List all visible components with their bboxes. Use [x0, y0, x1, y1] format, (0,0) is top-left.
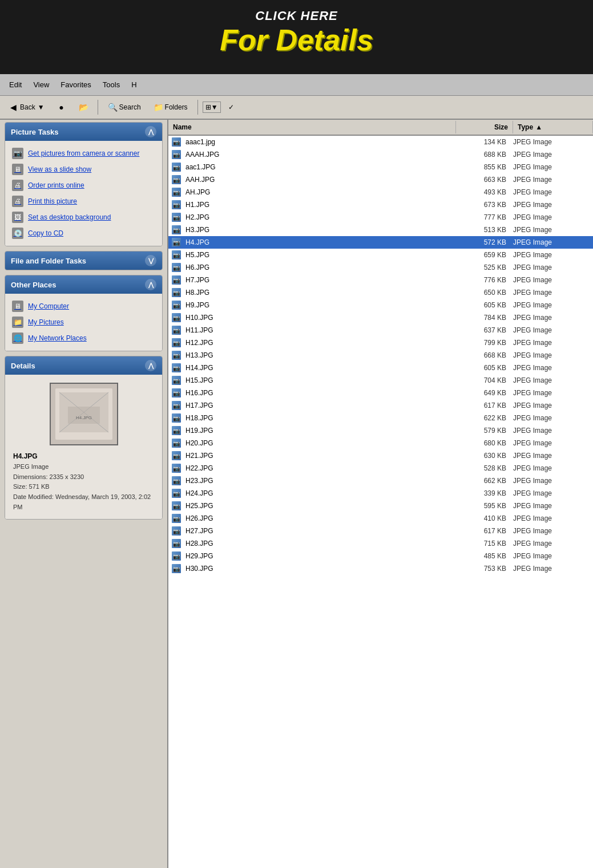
table-row[interactable]: H17.JPG 617 KB JPEG Image	[168, 399, 593, 412]
col-header-type[interactable]: Type ▲	[513, 121, 593, 133]
table-row[interactable]: H5.JPG 659 KB JPEG Image	[168, 249, 593, 261]
file-icon-cell	[168, 336, 182, 349]
file-type: JPEG Image	[513, 351, 593, 359]
menu-help[interactable]: H	[127, 79, 141, 91]
table-row[interactable]: H6.JPG 525 KB JPEG Image	[168, 261, 593, 274]
checkmark-button[interactable]: ✓	[223, 101, 239, 113]
table-row[interactable]: H15.JPG 704 KB JPEG Image	[168, 374, 593, 387]
top-banner[interactable]: CLICK HERE For Details	[0, 0, 593, 74]
forward-button[interactable]: ●	[52, 100, 71, 114]
picture-tasks-collapse[interactable]: ⋀	[145, 126, 156, 137]
table-row[interactable]: H2.JPG 777 KB JPEG Image	[168, 211, 593, 224]
folders-button[interactable]: 📁 Folders	[148, 100, 193, 114]
table-row[interactable]: H9.JPG 605 KB JPEG Image	[168, 299, 593, 311]
table-row[interactable]: H8.JPG 650 KB JPEG Image	[168, 286, 593, 299]
table-row[interactable]: H11.JPG 637 KB JPEG Image	[168, 324, 593, 336]
table-row[interactable]: H24.JPG 339 KB JPEG Image	[168, 487, 593, 500]
file-size: 753 KB	[456, 565, 513, 573]
table-row[interactable]: H4.JPG 572 KB JPEG Image	[168, 236, 593, 249]
file-type: JPEG Image	[513, 552, 593, 560]
table-row[interactable]: H18.JPG 622 KB JPEG Image	[168, 412, 593, 424]
file-size: 595 KB	[456, 502, 513, 510]
table-row[interactable]: H22.JPG 528 KB JPEG Image	[168, 462, 593, 474]
other-places-my-pictures[interactable]: 📁 My Pictures	[9, 314, 159, 330]
table-row[interactable]: H23.JPG 662 KB JPEG Image	[168, 474, 593, 487]
table-row[interactable]: H1.JPG 673 KB JPEG Image	[168, 198, 593, 211]
table-row[interactable]: H14.JPG 605 KB JPEG Image	[168, 362, 593, 374]
menu-edit[interactable]: Edit	[5, 79, 26, 91]
table-row[interactable]: aac1.JPG 855 KB JPEG Image	[168, 161, 593, 173]
file-size: 663 KB	[456, 176, 513, 184]
details-preview: H4.JPG	[50, 383, 118, 445]
file-folder-tasks-section: File and Folder Tasks ⋁	[5, 251, 163, 270]
table-row[interactable]: H28.JPG 715 KB JPEG Image	[168, 537, 593, 550]
table-row[interactable]: H20.JPG 680 KB JPEG Image	[168, 437, 593, 449]
table-row[interactable]: H16.JPG 649 KB JPEG Image	[168, 387, 593, 399]
task-get-pictures[interactable]: 📷 Get pictures from camera or scanner	[9, 145, 159, 161]
table-row[interactable]: H29.JPG 485 KB JPEG Image	[168, 550, 593, 562]
table-row[interactable]: H3.JPG 513 KB JPEG Image	[168, 224, 593, 236]
col-header-size[interactable]: Size	[456, 121, 513, 133]
file-folder-tasks-header[interactable]: File and Folder Tasks ⋁	[5, 252, 162, 270]
col-header-name[interactable]: Name	[168, 121, 456, 133]
picture-tasks-header[interactable]: Picture Tasks ⋀	[5, 123, 162, 141]
jpeg-file-icon	[172, 539, 181, 548]
file-folder-tasks-collapse[interactable]: ⋁	[145, 255, 156, 266]
other-places-header[interactable]: Other Places ⋀	[5, 275, 162, 294]
views-button[interactable]: ⊞ ▼	[203, 102, 221, 113]
details-header[interactable]: Details ⋀	[5, 356, 162, 375]
table-row[interactable]: AAAH.JPG 688 KB JPEG Image	[168, 148, 593, 161]
menu-tools[interactable]: Tools	[98, 79, 124, 91]
menu-favorites[interactable]: Favorites	[56, 79, 95, 91]
jpeg-file-icon	[172, 564, 181, 573]
task-order-prints[interactable]: 🖨 Order prints online	[9, 177, 159, 193]
details-collapse[interactable]: ⋀	[145, 360, 156, 371]
task-print-picture[interactable]: 🖨 Print this picture	[9, 193, 159, 209]
file-icon-cell	[168, 474, 182, 487]
file-icon-cell	[168, 173, 182, 186]
file-icon-cell	[168, 286, 182, 299]
search-button[interactable]: 🔍 Search	[103, 100, 146, 114]
up-button[interactable]: 📂	[74, 100, 93, 114]
file-name: H17.JPG	[182, 401, 456, 409]
table-row[interactable]: H7.JPG 776 KB JPEG Image	[168, 274, 593, 286]
forward-icon: ●	[57, 103, 66, 112]
other-places-network[interactable]: 🌐 My Network Places	[9, 330, 159, 346]
file-name: H3.JPG	[182, 226, 456, 234]
jpeg-file-icon	[172, 501, 181, 510]
file-icon-cell	[168, 412, 182, 424]
table-row[interactable]: H10.JPG 784 KB JPEG Image	[168, 311, 593, 324]
other-places-content: 🖥 My Computer 📁 My Pictures 🌐 My Network…	[5, 294, 162, 351]
file-size: 528 KB	[456, 464, 513, 472]
back-button[interactable]: ◀ Back ▼	[3, 100, 50, 114]
table-row[interactable]: H25.JPG 595 KB JPEG Image	[168, 500, 593, 512]
table-row[interactable]: H13.JPG 668 KB JPEG Image	[168, 349, 593, 362]
task-copy-cd[interactable]: 💿 Copy to CD	[9, 225, 159, 241]
table-row[interactable]: H12.JPG 799 KB JPEG Image	[168, 336, 593, 349]
table-row[interactable]: H19.JPG 579 KB JPEG Image	[168, 424, 593, 437]
table-row[interactable]: H21.JPG 630 KB JPEG Image	[168, 449, 593, 462]
table-row[interactable]: H27.JPG 617 KB JPEG Image	[168, 525, 593, 537]
file-name: H8.JPG	[182, 289, 456, 297]
jpeg-file-icon	[172, 313, 181, 322]
details-size: Size: 571 KB	[13, 482, 154, 492]
menu-view[interactable]: View	[29, 79, 54, 91]
file-icon-cell	[168, 236, 182, 249]
task-view-slideshow[interactable]: 🖥 View as a slide show	[9, 161, 159, 177]
table-row[interactable]: AH.JPG 493 KB JPEG Image	[168, 186, 593, 198]
file-size: 579 KB	[456, 427, 513, 435]
file-name: H24.JPG	[182, 489, 456, 497]
file-size: 777 KB	[456, 213, 513, 221]
table-row[interactable]: H30.JPG 753 KB JPEG Image	[168, 562, 593, 575]
other-places-collapse[interactable]: ⋀	[145, 279, 156, 290]
other-places-my-computer[interactable]: 🖥 My Computer	[9, 298, 159, 314]
task-set-desktop[interactable]: 🖼 Set as desktop background	[9, 209, 159, 225]
file-icon-cell	[168, 148, 182, 161]
table-row[interactable]: aaac1.jpg 134 KB JPEG Image	[168, 136, 593, 148]
views-icon: ⊞	[205, 103, 211, 111]
jpeg-file-icon	[172, 225, 181, 234]
table-row[interactable]: H26.JPG 410 KB JPEG Image	[168, 512, 593, 525]
file-icon-cell	[168, 311, 182, 324]
table-row[interactable]: AAH.JPG 663 KB JPEG Image	[168, 173, 593, 186]
file-folder-tasks-title: File and Folder Tasks	[11, 257, 86, 265]
